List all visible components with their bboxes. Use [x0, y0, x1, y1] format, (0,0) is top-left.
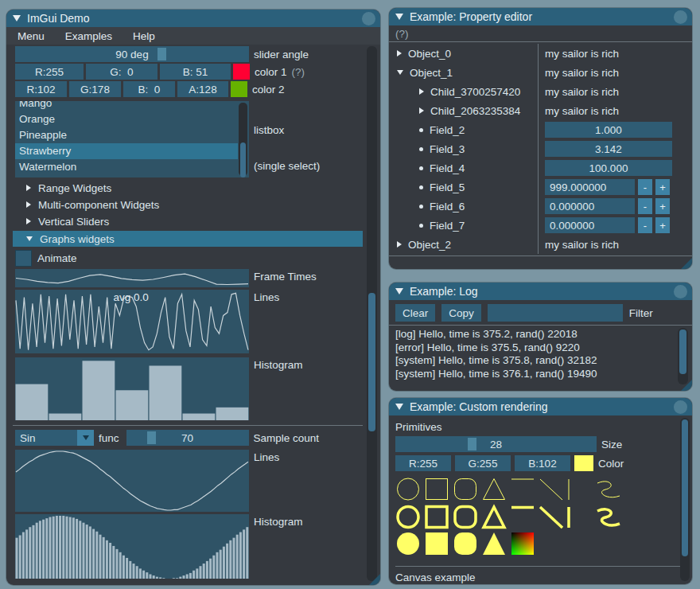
imgui-demo-titlebar[interactable]: ImGui Demo	[6, 10, 380, 27]
color2-swatch[interactable]	[231, 81, 247, 97]
field-5-input[interactable]: 999.000000	[545, 179, 635, 195]
log-line: [error] Hello, time is 375.5, rand() 922…	[395, 341, 676, 355]
tree-node-range-widgets[interactable]: Range Widgets	[15, 180, 380, 196]
copy-button[interactable]: Copy	[441, 304, 481, 322]
menu-item-menu[interactable]: Menu	[18, 30, 45, 42]
menu-item-help[interactable]: Help	[133, 30, 155, 42]
tree-node-child[interactable]: Child_2063235384	[430, 105, 520, 117]
chevron-right-icon[interactable]	[397, 50, 402, 57]
decrement-button[interactable]: -	[638, 179, 652, 195]
menu-bar: Menu Examples Help	[6, 27, 380, 45]
angle-slider-value: 90 deg	[115, 49, 148, 60]
tree-node-object-0[interactable]: Object_0	[408, 48, 451, 60]
listbox-scrollbar-grab[interactable]	[240, 142, 246, 177]
property-row-field-6: Field_6 0.000000 - +	[389, 197, 692, 216]
size-slider[interactable]: 28	[395, 436, 597, 452]
tree-node-graphs-widgets[interactable]: Graphs widgets	[13, 231, 363, 247]
property-editor-titlebar[interactable]: Example: Property editor	[389, 8, 692, 25]
angle-slider[interactable]: 90 deg	[15, 46, 249, 62]
log-titlebar[interactable]: Example: Log	[389, 283, 692, 300]
window-title: Example: Log	[410, 285, 667, 298]
log-scrollbar-grab[interactable]	[679, 330, 686, 374]
combo-arrow-button[interactable]	[77, 430, 94, 446]
field-2-drag[interactable]: 1.000	[545, 122, 672, 138]
chevron-right-icon[interactable]	[419, 88, 424, 95]
custom-color-b-drag[interactable]: B:102	[515, 455, 570, 471]
fruit-listbox[interactable]: Mango Orange Pineapple Strawberry Waterm…	[15, 101, 249, 177]
property-value: my sailor is rich	[545, 48, 619, 60]
close-icon[interactable]	[674, 10, 687, 24]
window-scrollbar[interactable]	[367, 46, 377, 581]
collapse-icon[interactable]	[395, 404, 403, 410]
collapse-icon[interactable]	[395, 288, 403, 294]
close-icon[interactable]	[674, 400, 687, 414]
log-scrollbar[interactable]	[678, 328, 688, 384]
animate-checkbox[interactable]	[15, 250, 32, 267]
custom-rendering-titlebar[interactable]: Example: Custom rendering	[389, 398, 692, 415]
property-value: my sailor is rich	[545, 67, 619, 79]
tree-node-vertical-sliders[interactable]: Vertical Sliders	[15, 213, 380, 229]
func-combo[interactable]: Sin	[15, 430, 94, 446]
listbox-item-mango[interactable]: Mango	[15, 101, 238, 111]
window-scrollbar-grab[interactable]	[368, 293, 375, 431]
close-icon[interactable]	[674, 285, 687, 298]
field-3-drag[interactable]: 3.142	[545, 141, 672, 157]
listbox-item-strawberry[interactable]: Strawberry	[15, 143, 238, 159]
slider-grab[interactable]	[147, 431, 156, 444]
custom-color-swatch[interactable]	[574, 455, 593, 471]
increment-button[interactable]: +	[655, 198, 670, 214]
field-7-input[interactable]: 0.000000	[545, 217, 635, 233]
chevron-down-icon[interactable]	[397, 70, 403, 75]
custom-color-g-drag[interactable]: G:255	[455, 455, 511, 471]
color2-b-drag[interactable]: B: 0	[123, 81, 175, 97]
slider-grab[interactable]	[468, 438, 476, 451]
resize-grip[interactable]	[369, 574, 380, 585]
gradient-square	[511, 532, 534, 555]
decrement-button[interactable]: -	[638, 198, 652, 214]
size-label: Size	[601, 439, 622, 451]
window-scrollbar[interactable]	[680, 418, 690, 581]
listbox-item-orange[interactable]: Orange	[15, 111, 238, 127]
property-row-field-7: Field_7 0.000000 - +	[389, 216, 692, 235]
filter-input[interactable]	[488, 304, 623, 322]
decrement-button[interactable]: -	[638, 217, 652, 233]
collapse-icon[interactable]	[395, 14, 403, 20]
field-4-drag[interactable]: 100.000	[545, 160, 672, 176]
property-row-object-2: Object_2 my sailor is rich	[389, 235, 692, 254]
custom-color-r-drag[interactable]: R:255	[395, 455, 451, 471]
clear-button[interactable]: Clear	[395, 304, 435, 322]
field-label: Field_2	[430, 124, 465, 136]
color1-r-drag[interactable]: R:255	[15, 64, 84, 80]
collapse-icon[interactable]	[13, 15, 21, 21]
resize-grip[interactable]	[681, 258, 692, 269]
menu-item-examples[interactable]: Examples	[65, 30, 112, 42]
sample-count-slider[interactable]: 70	[126, 430, 249, 446]
listbox-item-pineapple[interactable]: Pineapple	[15, 127, 238, 143]
chevron-right-icon	[26, 218, 31, 224]
color1-b-drag[interactable]: B: 51	[160, 64, 231, 80]
color2-a-drag[interactable]: A:128	[177, 81, 228, 97]
property-row-child-0: Child_3700257420 my sailor is rich	[389, 82, 692, 101]
listbox-scrollbar[interactable]	[239, 103, 247, 176]
field-6-input[interactable]: 0.000000	[545, 198, 635, 214]
listbox-item-watermelon[interactable]: Watermelon	[15, 159, 238, 175]
tree-node-child[interactable]: Child_3700257420	[430, 86, 520, 98]
color1-swatch[interactable]	[233, 64, 250, 80]
chevron-right-icon[interactable]	[397, 241, 402, 248]
close-icon[interactable]	[362, 12, 375, 25]
tree-node-object-1[interactable]: Object_1	[410, 67, 453, 79]
bullet-icon	[419, 185, 423, 189]
resize-grip[interactable]	[681, 380, 692, 391]
color2-g-drag[interactable]: G:178	[69, 81, 121, 97]
tree-node-object-2[interactable]: Object_2	[408, 239, 451, 251]
tree-node-multi-component-widgets[interactable]: Multi-component Widgets	[15, 197, 380, 213]
slider-grab[interactable]	[158, 48, 166, 60]
bullet-icon	[419, 166, 423, 170]
increment-button[interactable]: +	[655, 217, 670, 233]
color1-g-drag[interactable]: G: 0	[86, 64, 158, 80]
window-scrollbar-grab[interactable]	[682, 419, 688, 556]
sine-histogram-plot-canvas	[15, 514, 249, 579]
chevron-right-icon[interactable]	[419, 107, 424, 114]
increment-button[interactable]: +	[655, 179, 670, 195]
color2-r-drag[interactable]: R:102	[15, 81, 67, 97]
